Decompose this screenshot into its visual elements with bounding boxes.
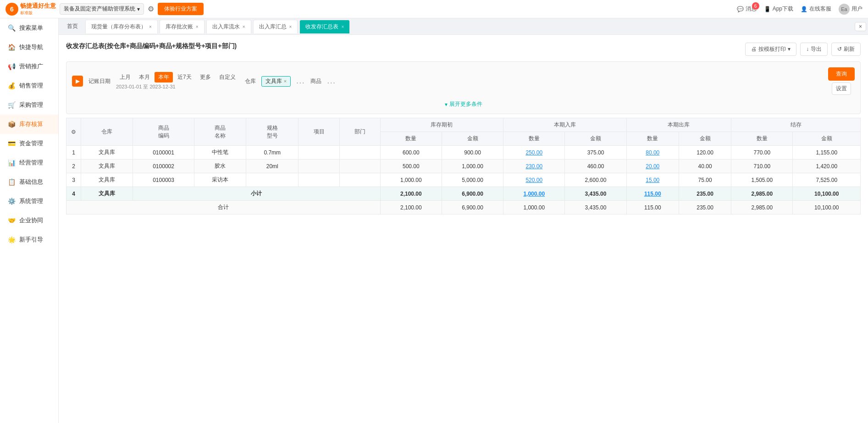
- sidebar-label-system: 系统管理: [19, 197, 43, 205]
- tab-recv-send-label: 收发存汇总表: [305, 23, 338, 31]
- tab-batch-close[interactable]: ×: [196, 24, 199, 29]
- sidebar-item-finance[interactable]: 💳 资金管理: [0, 134, 58, 153]
- tab-inout-flow-close[interactable]: ×: [243, 24, 245, 29]
- date-btn-7days[interactable]: 近7天: [174, 72, 195, 82]
- cell-out-qty[interactable]: 15.00: [626, 173, 679, 187]
- tab-inout-summary-close[interactable]: ×: [289, 24, 292, 29]
- col-in-header: 本期入库: [503, 118, 626, 132]
- tab-home[interactable]: 首页: [61, 20, 83, 33]
- filter-row: ▶ 记账日期 上月 本月 本年 近7天 更多 自定义 2023-01-01 至 …: [72, 67, 855, 95]
- top-bar: 6 畅捷通好生意 标准版 装备及固定资产辅助管理系统 ▾ ⚙ 体验行业方案 💬 …: [0, 0, 868, 18]
- online-service-label: 在线客服: [809, 5, 831, 13]
- avatar: Ea: [839, 4, 850, 15]
- sidebar-item-purchase[interactable]: 🛒 采购管理: [0, 95, 58, 115]
- purchase-icon: 🛒: [7, 101, 16, 109]
- tab-stock-dist[interactable]: 现货量（库存分布表） ×: [85, 20, 158, 33]
- date-label: 记账日期: [88, 77, 111, 85]
- date-btn-last-month[interactable]: 上月: [116, 72, 134, 82]
- sidebar-item-system[interactable]: ⚙️ 系统管理: [0, 192, 58, 211]
- cell-no: 3: [66, 173, 81, 187]
- sidebar-label-sales: 销售管理: [19, 82, 43, 90]
- system-selector[interactable]: 装备及固定资产辅助管理系统 ▾: [60, 3, 144, 15]
- cell-open-qty: 1,000.00: [380, 173, 442, 187]
- subtotal-in-qty[interactable]: 1,000.00: [503, 187, 565, 201]
- logo-texts: 畅捷通好生意 标准版: [20, 2, 56, 16]
- cell-in-qty[interactable]: 250.00: [503, 146, 565, 159]
- tab-inout-flow[interactable]: 出入库流水 ×: [206, 20, 251, 33]
- sidebar-item-enterprise[interactable]: 🤝 企业协同: [0, 211, 58, 230]
- col-settings-header[interactable]: ⚙: [66, 118, 81, 146]
- query-button[interactable]: 查询: [828, 67, 855, 81]
- refresh-button[interactable]: ↺ 刷新: [831, 43, 861, 56]
- col-in-qty-header: 数量: [503, 132, 565, 146]
- subtotal-out-qty[interactable]: 115.00: [626, 187, 679, 201]
- cell-project: [299, 173, 339, 187]
- cell-in-qty[interactable]: 230.00: [503, 159, 565, 173]
- tab-inout-summary[interactable]: 出入库汇总 ×: [253, 20, 298, 33]
- warehouse-more-button[interactable]: ...: [296, 77, 305, 85]
- sidebar-item-operations[interactable]: 📊 经营管理: [0, 153, 58, 172]
- cell-close-amt: 1,420.00: [793, 159, 861, 173]
- settings-icon[interactable]: ⚙: [148, 5, 154, 13]
- sidebar-item-sales[interactable]: 💰 销售管理: [0, 76, 58, 95]
- sidebar-item-inventory[interactable]: 📦 库存核算: [0, 115, 58, 134]
- cell-name: 胶水: [194, 159, 246, 173]
- trial-button[interactable]: 体验行业方案: [158, 3, 204, 15]
- system-icon: ⚙️: [7, 198, 16, 205]
- export-button[interactable]: ↓ 导出: [800, 43, 828, 56]
- goods-more-button[interactable]: ...: [327, 77, 336, 85]
- total-close-qty: 2,985.00: [731, 201, 793, 214]
- date-range: 2023-01-01 至 2023-12-31: [116, 83, 176, 90]
- date-btn-this-month[interactable]: 本月: [135, 72, 154, 82]
- filter-toggle-button[interactable]: ▶: [72, 76, 83, 87]
- expand-conditions-button[interactable]: ▾ 展开更多条件: [445, 100, 482, 108]
- sales-icon: 💰: [7, 82, 16, 89]
- cell-out-qty[interactable]: 80.00: [626, 146, 679, 159]
- sidebar-item-quick-nav[interactable]: 🏠 快捷导航: [0, 38, 58, 57]
- online-service-button[interactable]: 👤 在线客服: [801, 5, 831, 13]
- cell-open-qty: 500.00: [380, 159, 442, 173]
- print-button[interactable]: 🖨 按模板打印 ▾: [745, 43, 796, 56]
- total-open-amt: 6,900.00: [442, 201, 503, 214]
- cell-name: 中性笔: [194, 146, 246, 159]
- sidebar-label-marketing: 营销推广: [19, 62, 43, 71]
- cell-out-amt: 40.00: [679, 159, 731, 173]
- logo-sub: 标准版: [20, 10, 56, 16]
- settings-button[interactable]: 设置: [832, 82, 851, 95]
- close-all-tabs-button[interactable]: ×: [855, 22, 866, 31]
- sidebar-label-inventory: 库存核算: [19, 120, 43, 128]
- sidebar-item-search[interactable]: 🔍 搜索菜单: [0, 18, 58, 38]
- cell-open-amt: 1,000.00: [442, 159, 503, 173]
- user-button[interactable]: Ea 用户: [839, 4, 862, 15]
- cell-in-qty[interactable]: 520.00: [503, 173, 565, 187]
- total-open-qty: 2,100.00: [380, 201, 442, 214]
- cell-out-qty[interactable]: 20.00: [626, 159, 679, 173]
- date-btn-this-year[interactable]: 本年: [155, 72, 173, 82]
- home-icon: 🏠: [7, 44, 16, 51]
- app-download-button[interactable]: 📱 App下载: [764, 5, 793, 13]
- print-icon: 🖨: [751, 46, 757, 52]
- expand-arrow-icon: ▾: [445, 101, 448, 108]
- cell-open-amt: 900.00: [442, 146, 503, 159]
- cell-dept: [339, 173, 380, 187]
- sidebar-item-marketing[interactable]: 📢 营销推广: [0, 57, 58, 76]
- tab-batch-label: 库存批次账: [166, 23, 193, 31]
- cell-warehouse: 文具库: [81, 146, 133, 159]
- cell-in-amt: 375.00: [565, 146, 626, 159]
- date-btn-more[interactable]: 更多: [196, 72, 215, 82]
- col-close-amt-header: 金额: [793, 132, 861, 146]
- sidebar-item-guide[interactable]: 🌟 新手引导: [0, 230, 58, 249]
- warehouse-tag-close[interactable]: ×: [284, 78, 287, 84]
- tab-stock-dist-close[interactable]: ×: [149, 24, 152, 29]
- sidebar-item-basic[interactable]: 📋 基础信息: [0, 172, 58, 192]
- col-code-header: 商品编码: [133, 118, 194, 146]
- cell-close-amt: 7,525.00: [793, 173, 861, 187]
- total-close-amt: 10,100.00: [793, 201, 861, 214]
- tab-recv-send-summary[interactable]: 收发存汇总表 ×: [299, 20, 350, 33]
- tab-recv-send-close[interactable]: ×: [341, 24, 344, 29]
- cell-spec: 20ml: [246, 159, 299, 173]
- table-wrapper: ⚙ 仓库 商品编码 商品名称 规格型号 项目 部门 库存期初 本期入库 本期出库…: [66, 118, 861, 214]
- date-btn-custom[interactable]: 自定义: [216, 72, 239, 82]
- tab-batch[interactable]: 库存批次账 ×: [160, 20, 205, 33]
- message-button[interactable]: 💬 消息 6: [737, 5, 757, 13]
